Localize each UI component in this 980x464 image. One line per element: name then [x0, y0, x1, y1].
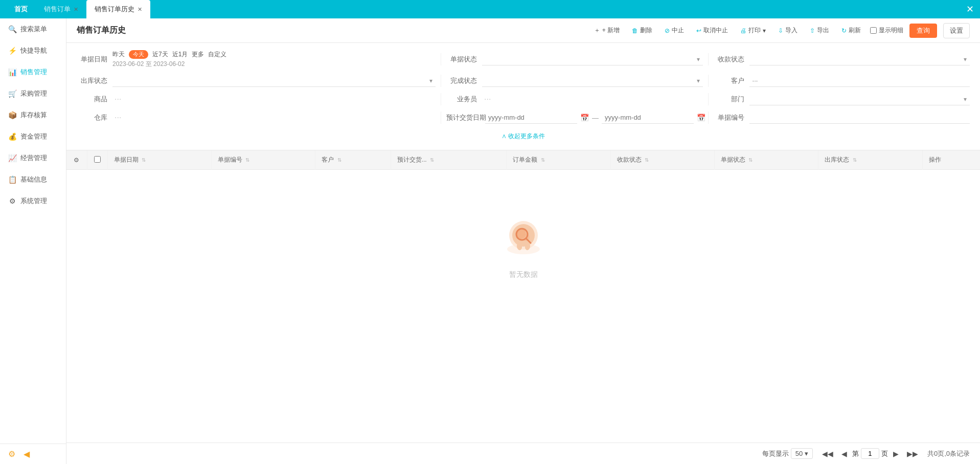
order-status-sort-icon: ⇅	[748, 157, 753, 163]
query-label: 查询	[917, 26, 930, 35]
tab-sales-order-history[interactable]: 销售订单历史 ✕	[86, 0, 150, 18]
print-button[interactable]: 🖨 打印 ▾	[737, 24, 769, 37]
sidebar-item-finance[interactable]: 💰 资金管理	[0, 126, 66, 147]
date-separator: —	[592, 114, 599, 122]
filter-order-status: 单据状态 ▾	[446, 54, 702, 65]
sidebar-item-operations[interactable]: 📈 经营管理	[0, 147, 66, 169]
sidebar-item-quick-nav[interactable]: ⚡ 快捷导航	[0, 40, 66, 61]
last-page-button[interactable]: ▶▶	[904, 449, 921, 459]
date-custom-btn[interactable]: 自定义	[208, 50, 226, 59]
page-number-input[interactable]	[861, 448, 879, 459]
settings-button[interactable]: 设置	[943, 23, 970, 38]
sidebar-item-purchase-mgmt[interactable]: 🛒 采购管理	[0, 83, 66, 104]
page-size-select: 每页显示 50 ▾	[762, 448, 813, 459]
new-button[interactable]: ＋ + 新增	[591, 24, 623, 37]
th-payment-status[interactable]: 收款状态 ⇅	[610, 150, 714, 170]
display-detail-checkbox[interactable]	[870, 27, 877, 34]
warehouse-dots[interactable]: ···	[112, 113, 123, 122]
salesperson-dots[interactable]: ···	[482, 95, 493, 104]
sidebar-item-sys-mgmt[interactable]: ⚙ 系统管理	[0, 190, 66, 212]
filter-row-4: 仓库 ··· 预计交货日期 📅 — 📅 单据编号	[77, 112, 970, 124]
amount-sort-icon: ⇅	[541, 157, 545, 163]
base-info-icon: 📋	[8, 175, 16, 184]
filter-row-1: 单据日期 昨天 今天 近7天 近1月 更多 自定义 2023-06-02 至 2…	[77, 50, 970, 69]
tab-sales-order-label: 销售订单	[44, 5, 71, 14]
delivery-date-to-input[interactable]	[602, 112, 694, 124]
stock-out-arrow-icon: ▾	[429, 77, 432, 84]
date-1month-btn[interactable]: 近1月	[172, 50, 188, 59]
calendar-from-icon[interactable]: 📅	[580, 114, 589, 122]
empty-illustration	[498, 211, 549, 262]
customer-input[interactable]	[749, 75, 970, 87]
sidebar-item-search-menu[interactable]: 🔍 搜索菜单	[0, 18, 66, 40]
tab-sales-order[interactable]: 销售订单 ✕	[36, 0, 86, 18]
cancel-stop-label: 取消中止	[703, 26, 728, 35]
per-page-value[interactable]: 50 ▾	[791, 448, 813, 459]
filter-date: 单据日期 昨天 今天 近7天 近1月 更多 自定义 2023-06-02 至 2…	[77, 50, 436, 69]
collapse-bar[interactable]: ∧ 收起更多条件	[77, 130, 970, 143]
refresh-button[interactable]: ↻ 刷新	[838, 24, 864, 37]
th-no[interactable]: 单据编号 ⇅	[211, 150, 315, 170]
filter-product: 商品 ···	[77, 95, 436, 104]
no-sort-icon: ⇅	[245, 157, 249, 163]
order-status-select[interactable]: ▾	[482, 54, 702, 65]
display-detail-toggle[interactable]: 显示明细	[870, 26, 903, 35]
th-order-status[interactable]: 单据状态 ⇅	[714, 150, 818, 170]
dept-arrow-icon: ▾	[964, 96, 967, 103]
date-more-btn[interactable]: 更多	[192, 50, 204, 59]
import-button[interactable]: ⇩ 导入	[775, 24, 801, 37]
th-date[interactable]: 单据日期 ⇅	[107, 150, 211, 170]
filter-area: 单据日期 昨天 今天 近7天 近1月 更多 自定义 2023-06-02 至 2…	[66, 43, 980, 150]
select-all-checkbox[interactable]	[94, 156, 101, 163]
new-label: + 新增	[602, 26, 620, 35]
order-no-input[interactable]	[749, 112, 970, 124]
filter-customer: 客户	[714, 75, 970, 87]
sidebar-bottom: ⚙ ◀	[0, 444, 66, 464]
finance-icon: 💰	[8, 132, 16, 141]
import-icon: ⇩	[778, 27, 783, 34]
th-checkbox[interactable]	[87, 150, 107, 170]
delete-icon: 🗑	[632, 27, 638, 34]
delivery-date-from-input[interactable]	[485, 112, 577, 124]
sidebar-settings-icon[interactable]: ⚙	[8, 449, 15, 459]
order-status-arrow-icon: ▾	[697, 56, 700, 63]
complete-select[interactable]: ▾	[482, 75, 702, 87]
delivery-sort-icon: ⇅	[430, 157, 434, 163]
dept-select[interactable]: ▾	[749, 94, 970, 105]
tab-sales-order-history-close[interactable]: ✕	[138, 6, 142, 13]
date-today-btn[interactable]: 今天	[129, 50, 148, 59]
footer-pagination: 每页显示 50 ▾ ◀◀ ◀ 第 页 ▶ ▶▶ 共0页,0条记录	[66, 443, 980, 464]
tab-home[interactable]: 首页	[6, 0, 36, 18]
query-button[interactable]: 查询	[909, 24, 937, 38]
empty-text: 暂无数据	[509, 270, 538, 279]
sidebar-toggle-icon[interactable]: ◀	[24, 449, 30, 459]
product-dots[interactable]: ···	[112, 95, 123, 104]
date-yesterday-btn[interactable]: 昨天	[112, 50, 125, 59]
export-button[interactable]: ⇧ 导出	[807, 24, 832, 37]
th-amount[interactable]: 订单金额 ⇅	[507, 150, 610, 170]
divider-8	[708, 112, 709, 124]
top-bar-right: ✕	[966, 4, 974, 15]
first-page-button[interactable]: ◀◀	[819, 449, 836, 459]
date-7days-btn[interactable]: 近7天	[152, 50, 168, 59]
cancel-stop-icon: ↩	[696, 27, 701, 34]
next-page-button[interactable]: ▶	[890, 449, 902, 459]
settings-label: 设置	[950, 26, 963, 35]
sidebar-item-base-info[interactable]: 📋 基础信息	[0, 169, 66, 190]
stop-button[interactable]: ⊘ 中止	[662, 24, 687, 37]
sidebar-item-inventory[interactable]: 📦 库存核算	[0, 104, 66, 126]
window-close-button[interactable]: ✕	[966, 4, 974, 15]
tab-sales-order-close[interactable]: ✕	[74, 6, 78, 13]
prev-page-button[interactable]: ◀	[838, 449, 850, 459]
th-delivery[interactable]: 预计交货... ⇅	[391, 150, 507, 170]
calendar-to-icon[interactable]: 📅	[697, 114, 705, 122]
th-stock-status[interactable]: 出库状态 ⇅	[818, 150, 922, 170]
th-settings[interactable]: ⚙	[66, 150, 87, 170]
date-range-display: 2023-06-02 至 2023-06-02	[112, 60, 436, 69]
payment-status-select[interactable]: ▾	[749, 54, 970, 65]
cancel-stop-button[interactable]: ↩ 取消中止	[693, 24, 731, 37]
delete-button[interactable]: 🗑 删除	[629, 24, 655, 37]
th-customer[interactable]: 客户 ⇅	[315, 150, 391, 170]
sidebar-item-sales-mgmt[interactable]: 📊 销售管理	[0, 61, 66, 83]
stock-out-select[interactable]: ▾	[112, 75, 436, 87]
